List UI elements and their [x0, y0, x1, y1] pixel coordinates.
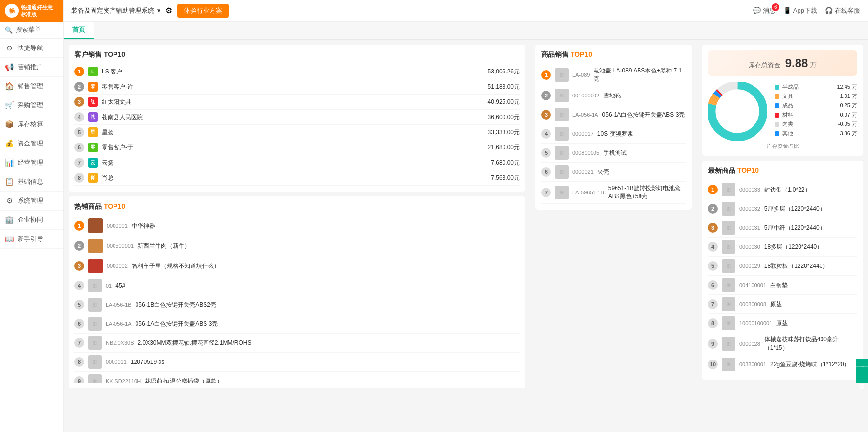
rank-number: 8 [708, 318, 718, 328]
rank-number: 4 [74, 281, 84, 290]
guide-icon: 📖 [5, 235, 14, 243]
product-thumbnail-placeholder: 图 [722, 183, 735, 196]
sales-product-item: 5 图 000800005 手机测试 [541, 144, 686, 163]
customer-badge: 肖 [88, 173, 98, 183]
trial-btn[interactable]: 体验行业方案 [177, 4, 229, 18]
sidebar-item-enterprise[interactable]: 🏢企业协同 [0, 211, 63, 230]
float-btn-直播[interactable]: 直播 [856, 375, 868, 383]
rank-number: 6 [708, 280, 718, 290]
rank-number: 6 [541, 167, 551, 177]
product-thumbnail-placeholder: 图 [88, 374, 102, 383]
svg-point-5 [719, 93, 755, 129]
product-name: 2.0X30MM双摆花轴.摆花直径2.1MM/ROHS [137, 339, 251, 347]
rank-number: 6 [74, 319, 84, 329]
sidebar-item-inventory[interactable]: 📦库存核算 [0, 115, 63, 134]
service-btn[interactable]: 🎧 在线客服 [825, 6, 860, 15]
product-code: 0000021 [572, 169, 594, 175]
customer-value: 7,563.00元 [491, 174, 520, 182]
marketing-icon: 📢 [5, 63, 14, 72]
product-code: 01 [106, 283, 112, 288]
rank-number: 7 [74, 338, 84, 348]
right-panel: 库存总资金 9.88 万 [697, 40, 868, 432]
newest-product-item: 6 图 004100001 白钢垫 [708, 276, 857, 295]
legend-item: 其他 -3.86 万 [775, 130, 857, 137]
sidebar-item-guide[interactable]: 📖新手引导 [0, 230, 63, 249]
tab-home[interactable]: 首页 [64, 22, 94, 39]
product-thumbnail-placeholder: 图 [555, 127, 569, 141]
rank-number: 1 [708, 185, 718, 194]
sidebar-label: 库存核算 [18, 120, 43, 129]
sidebar-label: 快捷导航 [18, 44, 43, 52]
sales-icon: 🏠 [5, 82, 14, 91]
float-btn-客服热线[interactable]: 客服热线 [856, 359, 868, 367]
content-area: 客户销售 TOP10 1 L LS 客户 53,006.26元 2 零 零售客户… [64, 40, 868, 432]
product-thumbnail-placeholder: 图 [722, 278, 735, 292]
sidebar-item-finance[interactable]: 💰资金管理 [0, 134, 63, 153]
product-thumbnail-placeholder: 图 [555, 89, 569, 102]
product-name: 10S 变频罗浆 [597, 130, 633, 138]
operations-icon: 📊 [5, 158, 14, 167]
inventory-icon: 📦 [5, 120, 14, 129]
sidebar-item-basic[interactable]: 📋基础信息 [0, 172, 63, 192]
rank-number: 6 [74, 143, 84, 152]
hot-product-item: 4 图 01 45# [74, 276, 520, 295]
hot-product-item: 7 图 NB2.0X30B 2.0X30MM双摆花轴.摆花直径2.1MM/ROH… [74, 334, 520, 353]
hot-product-item: 1 0000001 中华神器 [74, 216, 520, 236]
product-name: 体械嘉枝味苏打饮品400毫升（1*15） [764, 336, 857, 352]
newest-product-item: 3 图 0000031 5厘中纤（1220*2440） [708, 218, 857, 238]
sidebar-label: 销售管理 [18, 82, 43, 91]
purchase-icon: 🛒 [5, 101, 14, 110]
product-code: 0000017 [572, 131, 594, 137]
rank-number: 9 [74, 376, 84, 383]
message-btn[interactable]: 💬 消息 6 [753, 6, 776, 15]
legend-label: 其他 [782, 130, 835, 137]
product-thumbnail-placeholder: 图 [88, 317, 102, 331]
product-code: LA-056-1A [106, 321, 132, 327]
product-code: LA-59651-1B [572, 190, 604, 195]
product-name: 5厘多层（1220*2440） [764, 205, 825, 213]
sidebar-item-marketing[interactable]: 📢营销推广 [0, 58, 63, 77]
nav-tabs: 首页 [64, 22, 868, 40]
sidebar-item-shortcut[interactable]: ⊙快捷导航 [0, 39, 63, 58]
sidebar-item-sales[interactable]: 🏠销售管理 [0, 77, 63, 96]
product-code: 0000030 [739, 244, 760, 250]
rank-item: 7 云 云扬 7,680.00元 [74, 155, 520, 170]
product-code: 0000011 [106, 359, 127, 365]
product-name: 056-1B白色按键开关壳ABS2壳 [136, 301, 216, 309]
customer-value: 40,925.00元 [488, 98, 520, 106]
sidebar-item-purchase[interactable]: 🛒采购管理 [0, 96, 63, 115]
rank-number: 1 [74, 221, 84, 231]
hot-products-title: 热销商品 TOP10 [74, 202, 520, 211]
phone-icon: 📱 [783, 7, 791, 14]
system-name: 装备及固定资产辅助管理系统 [71, 6, 154, 15]
customer-ranking-card: 客户销售 TOP10 1 L LS 客户 53,006.26元 2 零 零售客户… [69, 45, 525, 192]
product-thumbnail-placeholder: 图 [722, 297, 735, 311]
legend-value: 0.07 万 [840, 111, 857, 119]
sidebar-label: 资金管理 [18, 139, 43, 148]
rank-number: 10 [708, 360, 718, 369]
app-download-btn[interactable]: 📱 App下载 [783, 6, 817, 15]
gear-icon[interactable]: ⚙ [165, 6, 172, 15]
rank-number: 5 [74, 300, 84, 310]
newest-product-item: 8 图 10000100001 原茎 [708, 314, 857, 333]
customer-name: LS 客户 [102, 68, 484, 76]
sales-product-item: 4 图 0000017 10S 变频罗浆 [541, 124, 686, 144]
sidebar-item-operations[interactable]: 📊经营管理 [0, 153, 63, 172]
system-selector[interactable]: 装备及固定资产辅助管理系统 ▾ [71, 6, 160, 15]
message-icon: 💬 [753, 7, 761, 14]
sidebar-search[interactable]: 🔍 搜索菜单 [0, 22, 63, 39]
sidebar-logo: 畅 畅捷通好生意 标准版 [0, 0, 63, 22]
product-name: 原茎 [776, 319, 788, 328]
sidebar-item-system[interactable]: ⚙系统管理 [0, 192, 63, 211]
float-btn-服务社区[interactable]: 服务社区 [856, 367, 868, 375]
customer-name: 苍南县人民医院 [102, 113, 484, 121]
customer-badge: 星 [88, 127, 98, 137]
rank-number: 3 [541, 110, 551, 120]
middle-panel: 商品销售 TOP10 1 图 LA-089 电池盖 LA-089 ABS本色+黑… [530, 40, 697, 432]
product-code: 000500001 [107, 243, 134, 249]
sidebar-label: 企业协同 [18, 216, 43, 224]
product-name: 雪地靴 [603, 92, 621, 100]
product-code: 000800008 [739, 301, 766, 307]
product-thumbnail-placeholder: 图 [722, 202, 735, 216]
product-name: 中华神器 [132, 222, 155, 230]
